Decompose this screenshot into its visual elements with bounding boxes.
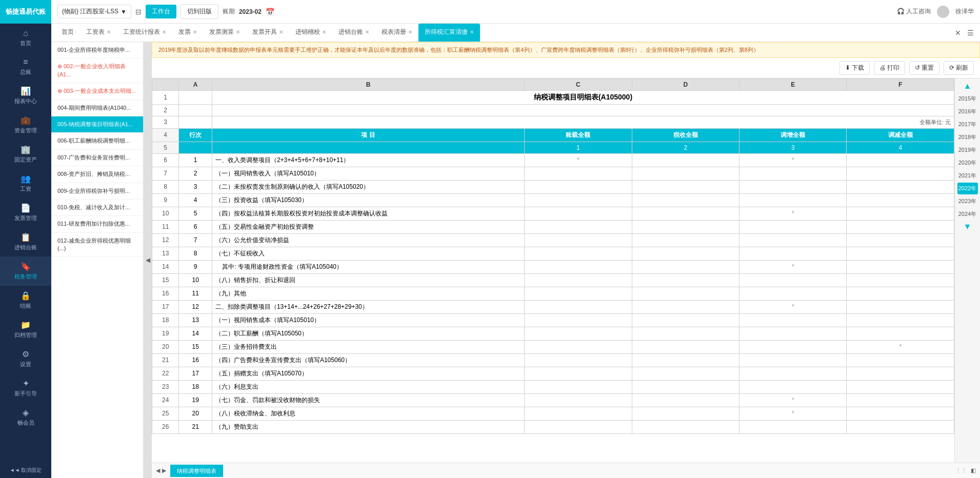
download-button[interactable]: ⬇ 下载 — [839, 61, 870, 75]
calendar-icon[interactable]: 📅 — [266, 8, 274, 16]
tab-invoice-calc[interactable]: 发票测算 ✕ — [203, 24, 246, 42]
left-panel-item-005[interactable]: 005-纳税调整项目明细表(A1... — [51, 116, 143, 133]
consultant-link[interactable]: 🎧 人工咨询 — [897, 7, 931, 16]
table-unit: 全额单位: 元 — [212, 116, 954, 128]
bottom-nav-left[interactable]: ◀ — [156, 467, 160, 474]
sidebar-item-vip[interactable]: ◈ 畅会员 — [0, 403, 51, 432]
app-logo: 畅捷通易代账 — [0, 0, 51, 24]
left-panel-item-006[interactable]: 006-职工薪酬纳税调整明细... — [51, 133, 143, 149]
table-title: 纳税调整项目明细表(A105000) — [212, 90, 954, 104]
bottom-tab-adjustments[interactable]: 纳税调整明细表 — [170, 465, 223, 477]
switch-old-button[interactable]: 切到旧版 — [181, 4, 218, 19]
sidebar-item-new-guide[interactable]: ✦ 新手引导 — [0, 373, 51, 403]
year-2018[interactable]: 2018年 — [957, 131, 978, 143]
close-tab-tax-clear[interactable]: ✕ — [408, 29, 412, 35]
year-2020[interactable]: 2020年 — [957, 157, 978, 169]
table-row: 21 16 （四）广告费和业务宣传费支出（填写A105060） — [152, 353, 954, 367]
chart-icon: 📊 — [21, 86, 31, 96]
reset-button[interactable]: ↺ 重置 — [909, 61, 939, 75]
tab-input-vat[interactable]: 进销稽校 ✕ — [289, 24, 332, 42]
print-button[interactable]: 🖨 打印 — [874, 61, 905, 75]
tab-payroll[interactable]: 工资表 ✕ — [80, 24, 117, 42]
left-panel-item-008[interactable]: 008-资产折旧、摊销及纳税... — [51, 166, 143, 183]
col-num-4: 4 — [847, 142, 954, 153]
tab-payroll-stat[interactable]: 工资统计报表 ✕ — [117, 24, 172, 42]
table-options-icon[interactable]: ◧ — [971, 467, 976, 474]
sidebar-item-home[interactable]: ⌂ 首页 — [0, 24, 51, 52]
more-tabs-icon[interactable]: ☰ — [965, 27, 976, 39]
title-row: 1 纳税调整项目明细表(A105000) — [152, 90, 954, 104]
close-tab-invoice-calc[interactable]: ✕ — [236, 29, 240, 35]
col-c4-header: 调减全额 — [847, 128, 954, 142]
sidebar-item-reports[interactable]: 📊 报表中心 — [0, 81, 51, 110]
left-panel-item-003[interactable]: ⊗003-一般企业成本支出明细... — [51, 83, 143, 99]
year-nav-up[interactable]: ▲ — [963, 81, 973, 92]
close-tab-payroll-stat[interactable]: ✕ — [162, 29, 166, 35]
workspace-button[interactable]: 工作台 — [146, 5, 176, 18]
close-tab-income-tax[interactable]: ✕ — [470, 29, 474, 35]
row-2: 2 — [152, 104, 954, 116]
tab-tax-clear[interactable]: 税表清册 ✕ — [375, 24, 418, 42]
sidebar-label-closing: 结账 — [20, 302, 31, 310]
year-2019[interactable]: 2019年 — [957, 144, 978, 156]
scroll-icon[interactable]: ⋮⋮ — [955, 467, 967, 474]
year-2023[interactable]: 2023年 — [957, 195, 978, 207]
sidebar-item-assets-mgmt[interactable]: 💼 资金管理 — [0, 110, 51, 140]
unit-row: 3 全额单位: 元 — [152, 116, 954, 128]
refresh-button[interactable]: ⟳ 刷新 — [944, 61, 974, 75]
col-header-row-numbers: 5 1 2 3 4 — [152, 142, 954, 153]
table-row: 20 15 （三）业务招待费支出 * — [152, 340, 954, 353]
left-panel-item-011[interactable]: 011-研发费用加计扣除优惠... — [51, 216, 143, 232]
tab-income-tax[interactable]: 所得税汇算清缴 ✕ — [418, 24, 480, 42]
sidebar-item-settings[interactable]: ⚙ 设置 — [0, 344, 51, 373]
sidebar-item-tax-mgmt[interactable]: 🔖 税务管理 — [0, 256, 51, 286]
close-tab-invoice-open[interactable]: ✕ — [279, 29, 283, 35]
left-panel-item-002[interactable]: ⊗002-一般企业收入明细表(A1... — [51, 58, 143, 83]
copy-icon[interactable]: ⊟ — [135, 8, 142, 16]
sidebar-item-invoice-mgmt[interactable]: 📄 发票管理 — [0, 198, 51, 227]
table-row: 13 8 （七）不征税收入 — [152, 247, 954, 260]
unpin-sidebar[interactable]: ◄◄ 取消固定 — [0, 463, 51, 478]
year-nav-down[interactable]: ▼ — [963, 221, 973, 232]
year-2022[interactable]: 2022年 — [957, 183, 978, 194]
tab-invoice-open[interactable]: 发票开具 ✕ — [246, 24, 289, 42]
bottom-nav-right[interactable]: ▶ — [162, 467, 166, 474]
year-2024[interactable]: 2024年 — [957, 208, 978, 220]
year-2021[interactable]: 2021年 — [957, 170, 978, 182]
table-row: 8 3 （二）未按权责发生制原则确认的收入（填写A105020） — [152, 180, 954, 193]
close-tab-input-ledger[interactable]: ✕ — [365, 29, 369, 35]
close-tab-input-vat[interactable]: ✕ — [322, 29, 326, 35]
tab-home[interactable]: 首页 — [55, 24, 80, 42]
sidebar-item-input-ledger[interactable]: 📋 进销台账 — [0, 227, 51, 256]
left-panel-item-007[interactable]: 007-广告费和业务宣传费明... — [51, 150, 143, 166]
year-2015[interactable]: 2015年 — [957, 93, 978, 105]
left-panel-item-010[interactable]: 010-免税、减计收入及加计... — [51, 200, 143, 216]
col-header-e: E — [739, 78, 847, 90]
table-row: 12 7 （六）公允价值变动净损益 — [152, 233, 954, 247]
sidebar-item-payroll[interactable]: 👥 工资 — [0, 169, 51, 198]
sidebar-item-closing[interactable]: 🔒 结账 — [0, 286, 51, 315]
tab-input-ledger[interactable]: 进销台账 ✕ — [332, 24, 375, 42]
sidebar-item-archive[interactable]: 📁 归档管理 — [0, 315, 51, 344]
close-tab-invoice[interactable]: ✕ — [193, 29, 197, 35]
sidebar-item-fixed-assets[interactable]: 🏢 固定资产 — [0, 140, 51, 169]
company-selector[interactable]: (物副) 江西股室-LSS ▼ — [57, 5, 131, 18]
topbar-right: 🎧 人工咨询 徐泽华 — [897, 6, 974, 18]
col-c1-header: 账载全额 — [525, 128, 632, 142]
year-2017[interactable]: 2017年 — [957, 118, 978, 130]
warning-bar: 2019年度涉及取以前年度继续数据的申报表单元格需要手工维护正确，才能保证本年及… — [152, 42, 980, 58]
left-panel-item-001[interactable]: 001-企业所得税年度纳税申... — [51, 42, 143, 58]
sidebar-item-general-ledger[interactable]: ≡ 总账 — [0, 52, 51, 81]
left-panel-item-004[interactable]: 004-期间费用明细表(A1040... — [51, 100, 143, 116]
close-tab-payroll[interactable]: ✕ — [107, 29, 111, 35]
right-panel: 2019年度涉及取以前年度继续数据的申报表单元格需要手工维护正确，才能保证本年及… — [152, 42, 980, 478]
close-all-tabs[interactable]: ✕ — [953, 27, 963, 39]
sidebar-label-vip: 畅会员 — [17, 419, 34, 427]
star-icon: ✦ — [23, 379, 29, 388]
year-2016[interactable]: 2016年 — [957, 106, 978, 117]
left-panel-item-012[interactable]: 012-减免企业所得税优惠明细(...) — [51, 233, 143, 257]
tab-invoice[interactable]: 发票 ✕ — [172, 24, 203, 42]
collapse-left-panel[interactable]: ◀ — [144, 42, 152, 478]
vip-icon: ◈ — [23, 408, 29, 417]
left-panel-item-009[interactable]: 009-企业所得税弥补亏损明... — [51, 183, 143, 200]
